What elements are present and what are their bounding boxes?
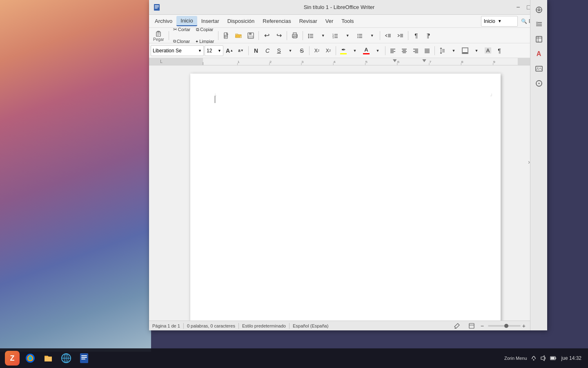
superscript-button[interactable]: X 2 <box>323 45 334 56</box>
indent-decrease-button[interactable] <box>382 30 394 41</box>
highlight-color-bar <box>340 53 347 54</box>
system-tray: Zorin Menu <box>504 355 557 361</box>
scissors-icon: ✂ <box>173 27 177 32</box>
font-name-dropdown[interactable]: Liberation Se ▼ <box>151 45 204 56</box>
svg-point-108 <box>537 67 538 69</box>
font-shrink-button[interactable]: a ▼ <box>236 45 246 56</box>
paste-group[interactable]: Pegar <box>151 28 167 43</box>
font-color-dropdown[interactable]: ▼ <box>372 45 383 56</box>
char-shading-button[interactable]: A <box>483 45 493 56</box>
copy-button[interactable]: ⧉ Copiar <box>193 24 216 35</box>
undo-button[interactable]: ↩ <box>261 30 272 41</box>
taskbar-writer-button[interactable] <box>77 351 91 366</box>
line-spacing-icon <box>439 47 445 54</box>
menu-referencias[interactable]: Referencias <box>258 16 295 26</box>
svg-rect-92 <box>469 323 474 328</box>
font-shrink-arrow: ▼ <box>241 49 244 52</box>
language[interactable]: Español (España) <box>293 323 328 328</box>
strikethrough-button[interactable]: S <box>296 45 307 56</box>
ordered-list-button[interactable]: 1. 2. 3. <box>330 30 341 41</box>
status-bar: Página 1 de 1 0 palabras, 0 caracteres E… <box>149 321 547 330</box>
taskbar-zorin-button[interactable]: Z <box>5 351 20 366</box>
menu-ver[interactable]: Ver <box>321 16 338 26</box>
list-dropdown-button[interactable]: ▼ <box>317 30 329 41</box>
indent-increase-icon <box>396 32 404 39</box>
font-size-dropdown[interactable]: 12 ▼ <box>205 45 223 56</box>
save-button[interactable] <box>245 30 256 41</box>
menu-disposicion[interactable]: Disposición <box>223 16 258 26</box>
save-icon <box>247 32 254 39</box>
line-spacing-dropdown[interactable]: ▼ <box>448 45 459 56</box>
italic-button[interactable]: C <box>262 45 273 56</box>
minimize-button[interactable]: − <box>514 3 523 12</box>
border-button[interactable] <box>460 45 470 56</box>
new-button[interactable] <box>220 30 232 41</box>
document-page[interactable]: └ ┘ <box>190 74 501 321</box>
document-content[interactable] <box>215 94 476 103</box>
navigator-panel-button[interactable] <box>532 77 546 90</box>
zoom-slider[interactable] <box>488 325 521 327</box>
gallery-panel-button[interactable] <box>532 33 546 46</box>
list-style-dropdown[interactable]: ▼ <box>366 30 378 41</box>
font-color-button[interactable]: A <box>361 45 372 56</box>
ordered-list-dropdown[interactable]: ▼ <box>342 30 353 41</box>
font-grow-button[interactable]: A ▲ <box>224 45 235 56</box>
taskbar-browser-button[interactable] <box>59 351 74 366</box>
taskbar-files-button[interactable] <box>41 351 56 366</box>
style-name[interactable]: Estilo predeterminado <box>242 323 286 328</box>
strikethrough-icon: S <box>300 47 303 54</box>
print-button[interactable] <box>289 30 301 41</box>
redo-button[interactable]: ↪ <box>273 30 285 41</box>
view-mode-icon <box>468 323 475 329</box>
subscript-button[interactable]: X 2 <box>312 45 322 56</box>
highlight-button[interactable]: ✒ <box>338 45 349 56</box>
open-button[interactable] <box>233 30 244 41</box>
list-style-icon <box>356 32 363 39</box>
paragraph-mark-button[interactable]: ¶ <box>410 30 422 41</box>
styles-dropdown[interactable]: Inicio ▼ <box>481 16 518 27</box>
svg-rect-103 <box>536 22 538 23</box>
view-mode-button[interactable] <box>466 322 477 330</box>
svg-rect-9 <box>224 33 227 38</box>
taskbar-right: Zorin Menu jue 14:32 <box>504 355 585 361</box>
language-indicator: Zorin Menu <box>504 356 527 361</box>
bold-button[interactable]: N <box>251 45 261 56</box>
menu-tools[interactable]: Tools <box>337 16 358 26</box>
styles-panel-button[interactable] <box>532 18 546 31</box>
app-icon <box>152 3 161 12</box>
highlight-dropdown[interactable]: ▼ <box>350 45 360 56</box>
list-style-button[interactable] <box>354 30 365 41</box>
align-center-button[interactable] <box>399 45 410 56</box>
align-right-button[interactable] <box>410 45 421 56</box>
menu-revisar[interactable]: Revisar <box>295 16 321 26</box>
zoom-minus-button[interactable]: − <box>481 323 486 329</box>
indent-increase-button[interactable] <box>394 30 406 41</box>
gallery-icon <box>535 35 543 43</box>
svg-rect-2 <box>155 7 159 7</box>
edit-mode-button[interactable] <box>451 322 463 330</box>
svg-text:7: 7 <box>429 60 431 64</box>
zoom-slider-thumb[interactable] <box>504 324 508 328</box>
align-left-button[interactable] <box>388 45 398 56</box>
sidebar-toggle-button[interactable]: › <box>528 159 530 165</box>
firefox-icon <box>24 352 36 364</box>
status-sep3 <box>289 323 290 329</box>
character-panel-button[interactable]: A <box>532 47 546 61</box>
zoom-plus-button[interactable]: + <box>522 323 528 329</box>
properties-panel-button[interactable] <box>532 3 546 16</box>
underline-button[interactable]: S <box>274 45 284 56</box>
svg-rect-7 <box>157 34 160 35</box>
svg-point-22 <box>296 35 297 36</box>
border-dropdown[interactable]: ▼ <box>471 45 482 56</box>
taskbar-firefox-button[interactable] <box>23 351 38 366</box>
unordered-list-button[interactable] <box>305 30 316 41</box>
line-spacing-button[interactable] <box>437 45 448 56</box>
underline-dropdown[interactable]: ▼ <box>285 45 296 56</box>
rtl-button[interactable]: ¶ <box>423 30 434 41</box>
paragraph-format-button[interactable]: ¶ <box>494 45 505 56</box>
align-justify-button[interactable] <box>422 45 432 56</box>
cut-button[interactable]: ✂ Cortar <box>171 24 193 35</box>
image-panel-button[interactable] <box>532 62 546 75</box>
document-scroll[interactable]: └ ┘ <box>149 65 541 321</box>
navigator-icon <box>535 79 543 88</box>
